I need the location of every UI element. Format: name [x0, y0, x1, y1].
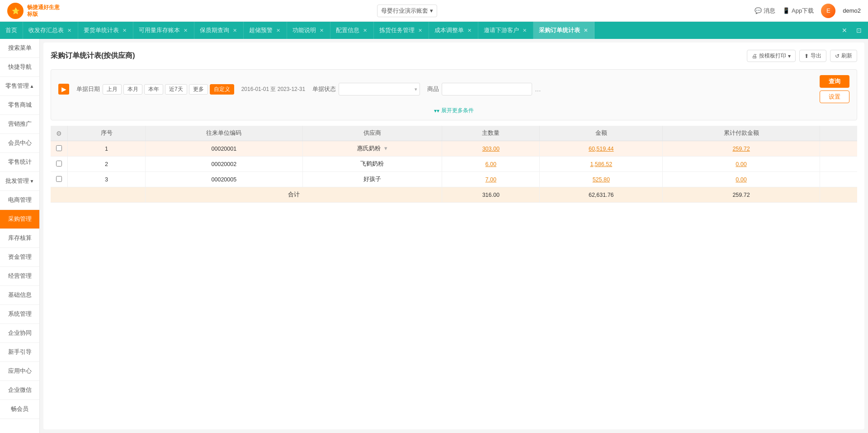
tab-config-info[interactable]: 配置信息 ✕ — [330, 22, 374, 39]
tab-shelf-life[interactable]: 保质期查询 ✕ — [194, 22, 244, 39]
sidebar-item-purchase-mgmt-label: 采购管理 — [2, 215, 38, 223]
sidebar-item-marketing[interactable]: 营销推广 — [0, 115, 39, 134]
tab-home[interactable]: 首页 — [0, 22, 23, 39]
row1-supplier-name: 惠氏奶粉 ▾ — [302, 141, 442, 157]
row1-checkbox[interactable] — [56, 145, 62, 151]
tab-func-desc[interactable]: 功能说明 ✕ — [287, 22, 330, 39]
tab-overstock-warning-close[interactable]: ✕ — [275, 28, 281, 33]
refresh-icon: ↺ — [835, 53, 840, 59]
row2-checkbox[interactable] — [56, 161, 62, 167]
tab-goods-stats-label: 要货单统计表 — [84, 27, 119, 34]
row3-checkbox[interactable] — [56, 176, 62, 182]
sidebar-item-wholesale-mgmt-label: 批发管理 — [5, 177, 29, 185]
user-name[interactable]: demo2 — [843, 7, 861, 14]
sidebar-item-fund-mgmt[interactable]: 资金管理 — [0, 248, 39, 267]
date-btn-last-month[interactable]: 上月 — [103, 84, 122, 95]
status-select[interactable] — [339, 83, 420, 95]
nav-expand-btn[interactable]: ⊡ — [854, 26, 864, 35]
row1-amount[interactable]: 60,519.44 — [540, 141, 663, 157]
tab-goods-stats-close[interactable]: ✕ — [122, 28, 127, 33]
sidebar-item-wholesale-mgmt[interactable]: 批发管理 ▼ — [0, 172, 39, 191]
date-btn-7days[interactable]: 近7天 — [165, 84, 187, 95]
row3-paid-amount[interactable]: 0.00 — [663, 172, 820, 187]
app-download-button[interactable]: 📱 App下载 — [783, 7, 814, 15]
sidebar-item-inventory-label: 库存核算 — [2, 234, 38, 242]
row2-paid-amount[interactable]: 0.00 — [663, 157, 820, 172]
sidebar-item-retail-mall[interactable]: 零售商城 — [0, 96, 39, 115]
sidebar-item-quick-nav[interactable]: 快捷导航 — [0, 58, 39, 77]
tab-cost-adjust[interactable]: 成本调整单 ✕ — [429, 22, 478, 39]
row2-amount[interactable]: 1,586.52 — [540, 157, 663, 172]
row3-qty[interactable]: 7.00 — [442, 172, 540, 187]
template-print-button[interactable]: 🖨 按模板打印 ▾ — [747, 50, 796, 62]
content-area: 采购订单统计表(按供应商) 🖨 按模板打印 ▾ ⬆ 导出 ↺ 刷新 — [40, 39, 868, 433]
row1-checkbox-cell — [51, 141, 68, 157]
sidebar-item-enterprise-coop[interactable]: 企业协同 — [0, 324, 39, 343]
tab-config-info-close[interactable]: ✕ — [362, 28, 368, 33]
row1-supplier-code: 00020001 — [146, 141, 303, 157]
date-btn-this-month[interactable]: 本月 — [123, 84, 142, 95]
sidebar-item-purchase-mgmt[interactable]: 采购管理 — [0, 210, 39, 229]
row2-qty[interactable]: 6.00 — [442, 157, 540, 172]
sidebar-item-ecom-mgmt[interactable]: 电商管理 — [0, 191, 39, 210]
tab-invite-downstream[interactable]: 邀请下游客户 ✕ — [478, 22, 533, 39]
sidebar-item-search[interactable]: 搜索菜单 — [0, 39, 39, 58]
row1-qty[interactable]: 303.00 — [442, 141, 540, 157]
col-extra-header — [820, 126, 857, 141]
sidebar-item-ops-mgmt[interactable]: 经营管理 — [0, 267, 39, 286]
sidebar-item-member2[interactable]: 畅会员 — [0, 400, 39, 419]
user-avatar[interactable]: E — [821, 4, 835, 18]
row1-paid-amount[interactable]: 259.72 — [663, 141, 820, 157]
sidebar-item-retail-stats[interactable]: 零售统计 — [0, 153, 39, 172]
row2-extra — [820, 157, 857, 172]
tab-receive-summary[interactable]: 收发存汇总表 ✕ — [23, 22, 78, 39]
sidebar-item-member[interactable]: 会员中心 — [0, 134, 39, 153]
sidebar-item-basic-info[interactable]: 基础信息 — [0, 286, 39, 305]
tab-cost-adjust-close[interactable]: ✕ — [467, 28, 472, 33]
refresh-button[interactable]: ↺ 刷新 — [830, 50, 857, 62]
tab-shelf-life-close[interactable]: ✕ — [232, 28, 238, 33]
date-btn-this-year[interactable]: 本年 — [144, 84, 163, 95]
goods-dots-btn[interactable]: ... — [535, 85, 541, 93]
sidebar-item-enterprise-wechat[interactable]: 企业微信 — [0, 381, 39, 400]
app-download-label: App下载 — [792, 7, 814, 15]
filter-goods-item: 商品 ... — [427, 83, 541, 95]
export-button[interactable]: ⬆ 导出 — [799, 50, 826, 62]
tab-purchase-stats-label: 采购订单统计表 — [539, 27, 580, 34]
nav-close-btn[interactable]: ✕ — [839, 26, 850, 35]
row3-amount[interactable]: 525.80 — [540, 172, 663, 187]
col-settings-header[interactable]: ⚙ — [51, 126, 68, 141]
goods-input[interactable] — [442, 83, 532, 95]
filter-toggle-arrow[interactable]: ▶ — [58, 84, 69, 95]
filter-bar: ▶ 单据日期 上月 本月 本年 近7天 更多 自定义 — [51, 69, 857, 120]
sidebar-item-inventory[interactable]: 库存核算 — [0, 229, 39, 248]
sidebar-item-retail-mgmt[interactable]: 零售管理 ▲ — [0, 77, 39, 96]
tab-overstock-warning[interactable]: 超储预警 ✕ — [244, 22, 287, 39]
date-range-value: 2016-01-01 至 2023-12-31 — [241, 86, 305, 93]
tab-goods-stats[interactable]: 要货单统计表 ✕ — [78, 22, 133, 39]
tab-receive-summary-close[interactable]: ✕ — [66, 28, 72, 33]
sidebar-item-app-center[interactable]: 应用中心 — [0, 362, 39, 381]
expand-conditions-btn[interactable]: ▾▾ 展开更多条件 — [58, 107, 849, 114]
search-button[interactable]: 查询 — [820, 75, 849, 88]
row2-supplier-name: 飞鹤奶粉 — [302, 157, 442, 172]
page-title-actions: 🖨 按模板打印 ▾ ⬆ 导出 ↺ 刷新 — [747, 50, 857, 62]
logo-text: 畅捷通好生意 标版 — [27, 4, 60, 17]
sidebar-item-new-guide[interactable]: 新手引导 — [0, 343, 39, 362]
date-btn-custom[interactable]: 自定义 — [210, 84, 234, 95]
tab-available-stock-close[interactable]: ✕ — [183, 28, 189, 33]
tab-pick-task[interactable]: 拣货任务管理 ✕ — [374, 22, 429, 39]
tab-available-stock[interactable]: 可用量库存账本 ✕ — [133, 22, 194, 39]
sidebar-item-sys-mgmt[interactable]: 系统管理 — [0, 305, 39, 324]
tab-pick-task-close[interactable]: ✕ — [417, 28, 423, 33]
message-button[interactable]: 💬 消息 — [755, 7, 775, 15]
settings-button[interactable]: 设置 — [820, 90, 849, 103]
workspace-selector[interactable]: 母婴行业演示账套 ▾ — [377, 5, 437, 17]
tab-purchase-stats[interactable]: 采购订单统计表 ✕ — [533, 22, 594, 39]
date-btn-more[interactable]: 更多 — [189, 84, 208, 95]
tab-func-desc-close[interactable]: ✕ — [319, 28, 325, 33]
tab-invite-downstream-close[interactable]: ✕ — [522, 28, 528, 33]
row1-expand-icon[interactable]: ▾ — [384, 145, 387, 152]
tab-purchase-stats-close[interactable]: ✕ — [583, 28, 589, 33]
tab-cost-adjust-label: 成本调整单 — [434, 27, 464, 34]
